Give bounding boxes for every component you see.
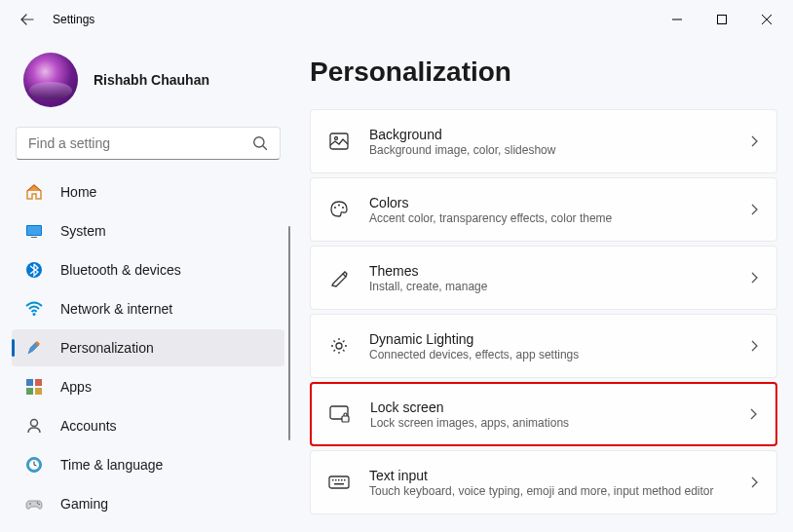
user-section[interactable]: Rishabh Chauhan xyxy=(12,39,284,127)
nav-system[interactable]: System xyxy=(12,212,284,249)
svg-point-20 xyxy=(338,205,340,207)
svg-point-14 xyxy=(29,503,31,505)
nav-label: Accounts xyxy=(60,418,117,434)
nav-label: Time & language xyxy=(60,457,163,473)
nav-home[interactable]: Home xyxy=(12,173,284,210)
chevron-right-icon xyxy=(749,134,759,148)
nav-network[interactable]: Network & internet xyxy=(12,290,284,327)
maximize-icon xyxy=(717,15,727,24)
svg-rect-29 xyxy=(341,479,343,481)
app-title: Settings xyxy=(53,13,94,26)
card-subtitle: Install, create, manage xyxy=(369,280,730,293)
chevron-right-icon xyxy=(749,203,759,216)
svg-rect-28 xyxy=(338,479,340,481)
search-box[interactable] xyxy=(16,127,281,160)
background-icon xyxy=(328,131,350,152)
card-subtitle: Touch keyboard, voice typing, emoji and … xyxy=(369,484,730,498)
titlebar: Settings xyxy=(0,0,793,39)
card-subtitle: Accent color, transparency effects, colo… xyxy=(369,211,730,225)
card-themes[interactable]: Themes Install, create, manage xyxy=(310,246,777,310)
username: Rishabh Chauhan xyxy=(94,72,209,88)
nav-gaming[interactable]: Gaming xyxy=(12,485,284,522)
search-icon xyxy=(252,135,268,151)
scrollbar[interactable] xyxy=(288,226,290,440)
card-title: Text input xyxy=(369,468,730,483)
card-title: Lock screen xyxy=(370,399,729,415)
card-colors[interactable]: Colors Accent color, transparency effect… xyxy=(310,177,777,242)
svg-point-21 xyxy=(342,207,344,209)
nav-accounts[interactable]: Accounts xyxy=(12,407,284,444)
sidebar: Rishabh Chauhan Home System Bluetooth & … xyxy=(0,39,292,532)
svg-point-1 xyxy=(254,137,264,147)
card-subtitle: Connected devices, effects, app settings xyxy=(369,348,730,361)
colors-icon xyxy=(328,199,350,220)
back-arrow-icon xyxy=(19,12,35,27)
card-dynamic-lighting[interactable]: Dynamic Lighting Connected devices, effe… xyxy=(310,314,777,378)
svg-rect-26 xyxy=(332,479,334,481)
themes-icon xyxy=(328,267,350,288)
svg-rect-7 xyxy=(26,379,33,386)
card-lock-screen[interactable]: Lock screen Lock screen images, apps, an… xyxy=(310,382,777,446)
svg-point-11 xyxy=(31,420,38,427)
close-button[interactable] xyxy=(744,4,789,35)
svg-rect-0 xyxy=(718,16,727,24)
gaming-icon xyxy=(25,495,43,513)
accounts-icon xyxy=(25,417,43,435)
chevron-right-icon xyxy=(748,407,758,421)
search-input[interactable] xyxy=(28,135,252,151)
svg-point-16 xyxy=(38,504,40,506)
svg-rect-9 xyxy=(26,388,33,395)
card-title: Dynamic Lighting xyxy=(369,331,730,347)
nav-time[interactable]: Time & language xyxy=(12,446,284,483)
clock-icon xyxy=(25,456,43,474)
nav-label: Home xyxy=(60,184,96,200)
maximize-button[interactable] xyxy=(699,4,744,35)
card-title: Themes xyxy=(369,263,730,279)
lighting-icon xyxy=(328,335,350,357)
svg-rect-30 xyxy=(344,479,346,481)
minimize-button[interactable] xyxy=(655,4,699,35)
nav-personalization[interactable]: Personalization xyxy=(12,329,284,366)
card-text-input[interactable]: Text input Touch keyboard, voice typing,… xyxy=(310,450,777,514)
nav-label: Personalization xyxy=(60,340,154,356)
nav-list: Home System Bluetooth & devices Network … xyxy=(12,173,284,522)
svg-rect-10 xyxy=(35,388,42,395)
bluetooth-icon xyxy=(25,261,43,279)
svg-point-6 xyxy=(33,313,36,316)
chevron-right-icon xyxy=(749,475,759,489)
back-button[interactable] xyxy=(18,10,37,29)
nav-label: System xyxy=(60,223,106,239)
nav-bluetooth[interactable]: Bluetooth & devices xyxy=(12,251,284,288)
wifi-icon xyxy=(25,300,43,318)
chevron-right-icon xyxy=(749,271,759,285)
nav-label: Network & internet xyxy=(60,301,172,317)
card-subtitle: Lock screen images, apps, animations xyxy=(370,416,729,430)
svg-rect-8 xyxy=(35,379,42,386)
svg-point-22 xyxy=(336,343,342,349)
svg-rect-24 xyxy=(342,416,349,422)
svg-rect-25 xyxy=(329,476,349,488)
svg-point-18 xyxy=(335,137,338,140)
chevron-right-icon xyxy=(749,339,759,353)
card-title: Background xyxy=(369,127,730,142)
minimize-icon xyxy=(672,15,682,24)
svg-rect-4 xyxy=(31,237,37,238)
svg-point-15 xyxy=(37,502,39,504)
nav-label: Bluetooth & devices xyxy=(60,262,181,278)
nav-label: Gaming xyxy=(60,496,108,512)
nav-label: Apps xyxy=(60,379,92,395)
system-icon xyxy=(25,222,43,240)
card-background[interactable]: Background Background image, color, slid… xyxy=(310,109,777,173)
svg-rect-31 xyxy=(334,483,344,485)
svg-rect-3 xyxy=(27,226,41,235)
avatar xyxy=(23,53,78,107)
lock-screen-icon xyxy=(329,403,351,425)
card-title: Colors xyxy=(369,195,730,210)
keyboard-icon xyxy=(328,472,350,493)
nav-apps[interactable]: Apps xyxy=(12,368,284,405)
svg-point-19 xyxy=(334,207,336,209)
page-title: Personalization xyxy=(310,57,777,88)
svg-rect-27 xyxy=(335,479,337,481)
main-content: Personalization Background Background im… xyxy=(292,39,793,532)
apps-icon xyxy=(25,378,43,396)
